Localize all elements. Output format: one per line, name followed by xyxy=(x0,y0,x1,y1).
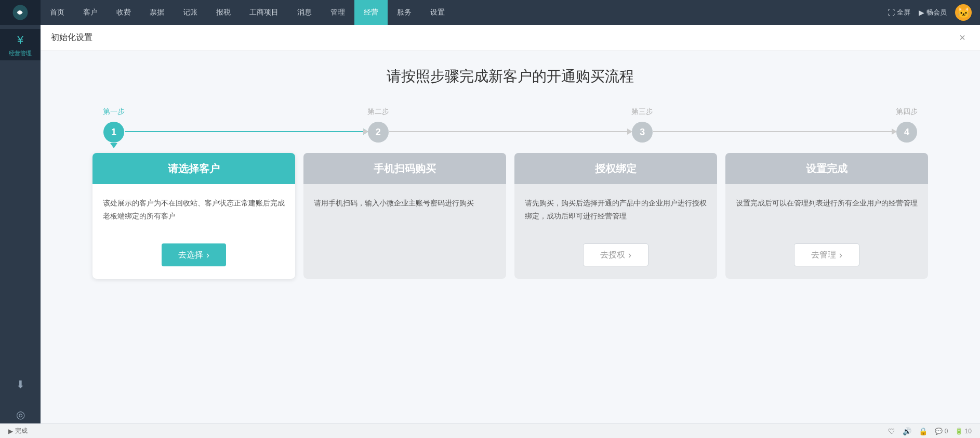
nav-manage[interactable]: 管理 xyxy=(321,0,354,25)
step-3-label: 第三步 xyxy=(631,107,653,117)
setup-area: 请按照步骤完成新客户的开通购买流程 第一步 1 第二步 2 第三步 3 xyxy=(41,51,980,438)
card-1-body: 该处展示的客户为不在回收站、客户状态正常建账后完成老板端绑定的所有客户 xyxy=(92,184,295,235)
user-avatar[interactable]: 🐱 xyxy=(955,4,972,21)
go-select-arrow: › xyxy=(206,250,209,261)
volume-icon: 🔊 xyxy=(903,427,911,435)
step-2-num: 2 xyxy=(368,122,389,143)
nav-fee[interactable]: 收费 xyxy=(107,0,140,25)
nav-settings[interactable]: 设置 xyxy=(421,0,454,25)
nav-service[interactable]: 服务 xyxy=(388,0,421,25)
status-play: ▶ 完成 xyxy=(8,427,28,435)
card-select-customer: 请选择客户 该处展示的客户为不在回收站、客户状态正常建账后完成老板端绑定的所有客… xyxy=(92,153,295,279)
step-1-label: 第一步 xyxy=(103,107,125,117)
svg-point-1 xyxy=(19,11,22,14)
go-manage-arrow: › xyxy=(839,250,842,261)
chat-icon: 💬 0 xyxy=(935,428,948,435)
step-3: 第三步 3 xyxy=(631,107,653,143)
status-done-text: 完成 xyxy=(15,427,28,435)
steps-wrapper: 第一步 1 第二步 2 第三步 3 第四步 4 xyxy=(61,107,959,143)
step-4-num: 4 xyxy=(896,122,917,143)
yuan-icon: ¥ xyxy=(13,33,28,47)
nav-customer[interactable]: 客户 xyxy=(74,0,107,25)
card-2-footer xyxy=(303,258,506,279)
setup-main-title: 请按照步骤完成新客户的开通购买流程 xyxy=(61,67,959,86)
nav-right: ⛶ 全屏 ▶ 畅会员 🐱 xyxy=(888,4,980,21)
nav-items: 首页 客户 收费 票据 记账 报税 工商项目 消息 管理 经营 服务 设置 xyxy=(41,0,888,25)
shield-icon: 🛡 xyxy=(888,427,895,435)
lock-icon: 🔒 xyxy=(919,427,928,435)
status-right: 🛡 🔊 🔒 💬 0 🔋 10 xyxy=(888,427,972,435)
step-2-label: 第二步 xyxy=(367,107,389,117)
step-4-label: 第四步 xyxy=(896,107,918,117)
card-3-header: 授权绑定 xyxy=(514,153,717,184)
card-4-header: 设置完成 xyxy=(725,153,928,184)
connector-1-2 xyxy=(125,131,367,132)
card-2-header: 手机扫码购买 xyxy=(303,153,506,184)
card-2-body: 请用手机扫码，输入小微企业主账号密码进行购买 xyxy=(303,184,506,258)
card-1-footer: 去选择 › xyxy=(92,235,295,279)
support-icon: ◎ xyxy=(16,408,25,421)
nav-tax[interactable]: 报税 xyxy=(207,0,240,25)
nav-business[interactable]: 工商项目 xyxy=(240,0,288,25)
step-2: 第二步 2 xyxy=(367,107,389,143)
connector-3-4 xyxy=(653,131,896,132)
sidebar-bottom: ⬇ ◎ xyxy=(0,371,41,428)
go-manage-button: 去管理 › xyxy=(794,243,859,266)
card-4-footer: 去管理 › xyxy=(725,235,928,279)
go-select-button[interactable]: 去选择 › xyxy=(162,243,226,266)
main-content: 初始化设置 × 请按照步骤完成新客户的开通购买流程 第一步 1 第二步 2 xyxy=(41,25,980,438)
cards-row: 请选择客户 该处展示的客户为不在回收站、客户状态正常建账后完成老板端绑定的所有客… xyxy=(61,153,959,279)
nav-account[interactable]: 记账 xyxy=(174,0,207,25)
card-1-header: 请选择客户 xyxy=(92,153,295,184)
card-3-body: 请先购买，购买后选择开通的产品中的企业用户进行授权绑定，成功后即可进行经营管理 xyxy=(514,184,717,235)
nav-logo xyxy=(0,0,41,25)
card-scan-purchase: 手机扫码购买 请用手机扫码，输入小微企业主账号密码进行购买 xyxy=(303,153,506,279)
download-icon: ⬇ xyxy=(16,378,25,391)
step-1: 第一步 1 xyxy=(103,107,125,143)
step-1-num: 1 xyxy=(103,122,124,143)
go-authorize-arrow: › xyxy=(628,250,631,261)
step-3-num: 3 xyxy=(632,122,653,143)
status-bar: ▶ 完成 🛡 🔊 🔒 💬 0 🔋 10 xyxy=(0,423,980,438)
connector-2-3 xyxy=(389,131,632,132)
go-authorize-button: 去授权 › xyxy=(583,243,648,266)
nav-bill[interactable]: 票据 xyxy=(140,0,174,25)
sidebar-download[interactable]: ⬇ xyxy=(0,371,41,397)
page-header: 初始化设置 × xyxy=(41,25,980,51)
play-icon: ▶ xyxy=(8,428,13,435)
battery-icon: 🔋 10 xyxy=(955,428,972,435)
card-3-footer: 去授权 › xyxy=(514,235,717,279)
page-title: 初始化设置 xyxy=(51,32,92,43)
step-4: 第四步 4 xyxy=(896,107,918,143)
top-nav: 首页 客户 收费 票据 记账 报税 工商项目 消息 管理 经营 服务 设置 ⛶ … xyxy=(0,0,980,25)
sidebar: ¥ 经营管理 ⬇ ◎ xyxy=(0,25,41,438)
fullscreen-btn[interactable]: ⛶ 全屏 xyxy=(888,8,910,17)
sidebar-item-operation[interactable]: ¥ 经营管理 xyxy=(0,29,41,60)
card-authorize: 授权绑定 请先购买，购买后选择开通的产品中的企业用户进行授权绑定，成功后即可进行… xyxy=(514,153,717,279)
close-button[interactable]: × xyxy=(955,31,970,45)
member-btn[interactable]: ▶ 畅会员 xyxy=(919,8,947,17)
nav-operation[interactable]: 经营 xyxy=(354,0,388,25)
nav-message[interactable]: 消息 xyxy=(288,0,321,25)
card-4-body: 设置完成后可以在管理列表进行所有企业用户的经营管理 xyxy=(725,184,928,235)
card-complete: 设置完成 设置完成后可以在管理列表进行所有企业用户的经营管理 去管理 › xyxy=(725,153,928,279)
nav-home[interactable]: 首页 xyxy=(41,0,74,25)
